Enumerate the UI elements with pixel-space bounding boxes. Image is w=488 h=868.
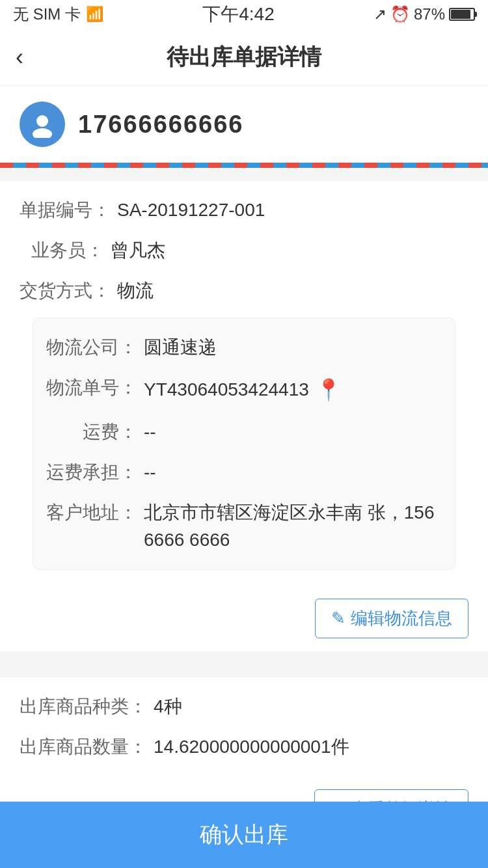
nav-bar: ‹ 待出库单据详情 [0,29,488,86]
location-status-icon: ↗ [373,5,386,23]
battery-icon [449,8,475,21]
logistics-tracking-value: YT43064053424413 📍 [144,374,442,405]
staff-value: 曾凡杰 [111,237,468,264]
logistics-tracking-label: 物流单号： [46,374,144,401]
avatar [20,102,65,147]
edit-icon: ✎ [331,608,346,629]
section-divider [0,651,488,664]
staff-row: 业务员： 曾凡杰 [20,237,468,264]
delivery-row: 交货方式： 物流 [20,277,468,305]
staff-label: 业务员： [20,237,111,264]
freight-value: -- [144,418,442,446]
edit-logistics-button[interactable]: ✎ 编辑物流信息 [315,599,468,638]
status-bar: 无 SIM 卡 📶 下午4:42 ↗ ⏰ 87% [0,0,488,29]
svg-point-0 [36,115,48,127]
svg-point-1 [33,128,52,138]
edit-logistics-area: ✎ 编辑物流信息 [0,586,488,651]
goods-qty-value: 14.620000000000001件 [154,733,468,761]
goods-type-row: 出库商品种类： 4种 [20,693,468,720]
goods-qty-label: 出库商品数量： [20,733,154,761]
status-bar-right: ↗ ⏰ 87% [373,5,475,23]
battery-percent: 87% [414,5,445,23]
delivery-value: 物流 [117,277,468,305]
logistics-tracking-row: 物流单号： YT43064053424413 📍 [46,374,442,405]
customer-phone: 17666666666 [78,111,243,139]
goods-section: 出库商品种类： 4种 出库商品数量： 14.620000000000001件 [0,677,488,776]
back-button[interactable]: ‹ [16,44,23,71]
logistics-company-label: 物流公司： [46,334,144,361]
address-label: 客户地址： [46,499,144,526]
delivery-label: 交货方式： [20,277,117,305]
dashed-divider [0,163,488,168]
freight-bearer-row: 运费承担： -- [46,459,442,486]
logistics-company-row: 物流公司： 圆通速递 [46,334,442,361]
wifi-icon: 📶 [86,6,103,23]
address-row: 客户地址： 北京市市辖区海淀区永丰南 张，156 6666 6666 [46,499,442,554]
order-info-section: 单据编号： SA-20191227-001 业务员： 曾凡杰 交货方式： 物流 … [0,181,488,586]
edit-logistics-label: 编辑物流信息 [351,607,452,630]
goods-type-label: 出库商品种类： [20,693,154,720]
freight-label: 运费： [46,418,144,446]
logistics-card: 物流公司： 圆通速递 物流单号： YT43064053424413 📍 运费： … [33,318,455,570]
map-pin-icon[interactable]: 📍 [316,374,342,405]
order-id-label: 单据编号： [20,197,117,224]
status-bar-time: 下午4:42 [202,2,275,27]
confirm-outbound-button[interactable]: 确认出库 [0,820,488,850]
confirm-button-area: 确认出库 [0,802,488,868]
carrier-text: 无 SIM 卡 [13,4,81,25]
freight-row: 运费： -- [46,418,442,446]
order-id-value: SA-20191227-001 [117,197,468,224]
page-title: 待出库单据详情 [167,42,321,72]
freight-bearer-value: -- [144,459,442,486]
freight-bearer-label: 运费承担： [46,459,144,486]
goods-type-value: 4种 [154,693,468,720]
tracking-number: YT43064053424413 [144,376,309,403]
address-value: 北京市市辖区海淀区永丰南 张，156 6666 6666 [144,499,442,554]
status-bar-left: 无 SIM 卡 📶 [13,4,103,25]
customer-header: 17666666666 [0,86,488,163]
order-id-row: 单据编号： SA-20191227-001 [20,197,468,224]
goods-qty-row: 出库商品数量： 14.620000000000001件 [20,733,468,761]
alarm-icon: ⏰ [390,5,410,23]
logistics-company-value: 圆通速递 [144,334,442,361]
